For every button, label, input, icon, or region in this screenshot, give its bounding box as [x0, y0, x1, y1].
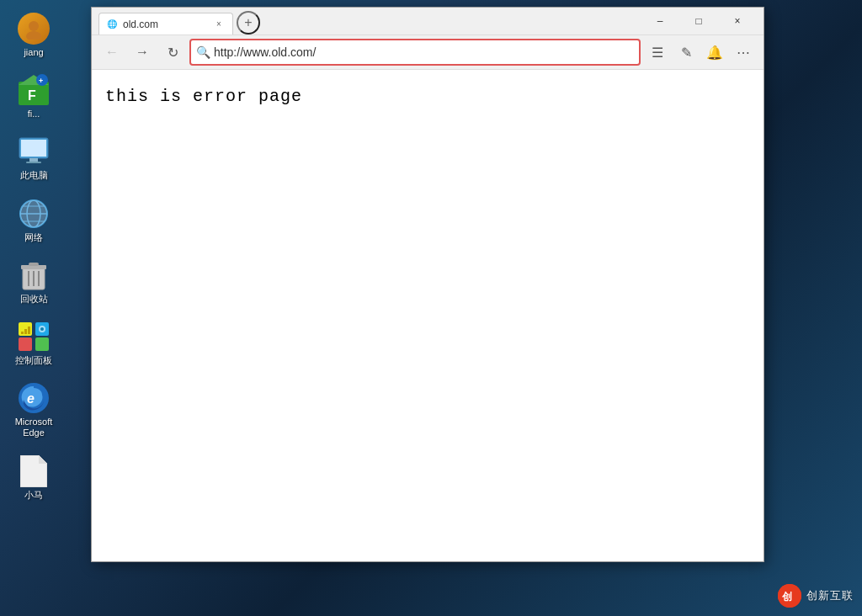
icon-recycle-label: 回收站: [20, 294, 48, 305]
new-tab-button[interactable]: +: [237, 11, 260, 35]
svg-rect-29: [28, 327, 30, 334]
maximize-button[interactable]: □: [679, 8, 718, 35]
more-button[interactable]: ⋯: [730, 39, 757, 66]
refresh-button[interactable]: ↻: [159, 39, 186, 66]
desktop: jiang F + fi...: [0, 0, 862, 616]
svg-rect-10: [26, 162, 41, 163]
favorites-button[interactable]: 🔔: [701, 39, 728, 66]
watermark: 创 创新互联: [778, 584, 854, 608]
watermark-label: 创新互联: [806, 588, 854, 603]
icon-xiaoma-label: 小马: [24, 490, 43, 501]
svg-rect-26: [35, 337, 49, 351]
navigation-toolbar: ← → ↻ 🔍 ☰ ✎ 🔔 ⋯: [92, 35, 764, 70]
close-button[interactable]: ×: [718, 8, 757, 35]
tab-title: old.com: [123, 19, 207, 30]
avatar-icon: [18, 13, 50, 45]
svg-point-0: [29, 21, 39, 31]
control-panel-icon: [17, 320, 51, 353]
error-page-text: this is error page: [105, 87, 750, 106]
hamburger-menu-button[interactable]: ☰: [644, 39, 671, 66]
svg-rect-9: [29, 158, 38, 162]
pc-icon: [17, 135, 51, 168]
desktop-icon-network[interactable]: 网络: [3, 194, 64, 247]
svg-text:创: 创: [781, 591, 792, 603]
search-icon: 🔍: [196, 45, 210, 59]
tab-area: 🌐 old.com × +: [98, 8, 641, 35]
desktop-icon-jiang[interactable]: jiang: [3, 8, 64, 61]
file-icon: [17, 454, 51, 488]
svg-rect-19: [29, 263, 39, 266]
desktop-icon-pc[interactable]: 此电脑: [3, 131, 64, 184]
tab-favicon: 🌐: [106, 19, 118, 30]
icon-pc-label: 此电脑: [20, 170, 48, 181]
svg-marker-35: [39, 455, 47, 464]
desktop-icon-recycle[interactable]: 回收站: [3, 255, 64, 308]
desktop-icon-control-panel[interactable]: 控制面板: [3, 316, 64, 369]
svg-point-31: [40, 327, 44, 331]
desktop-icon-fiddler[interactable]: F + fi...: [3, 70, 64, 123]
recycle-bin-icon: [17, 258, 51, 292]
svg-text:+: +: [39, 77, 43, 85]
desktop-icon-edge[interactable]: e Microsoft Edge: [3, 378, 64, 442]
svg-point-16: [20, 200, 47, 227]
forward-button[interactable]: →: [129, 39, 156, 66]
window-controls: – □ ×: [641, 8, 757, 35]
address-bar-container: 🔍: [189, 39, 641, 66]
icon-fiddler-label: fi...: [28, 109, 40, 119]
watermark-logo: 创: [778, 584, 801, 608]
network-icon: [17, 197, 51, 231]
tab-close-button[interactable]: ×: [212, 18, 226, 31]
svg-text:F: F: [28, 88, 36, 103]
back-button[interactable]: ←: [98, 39, 125, 66]
desktop-icon-area: jiang F + fi...: [0, 0, 67, 504]
desktop-icon-xiaoma[interactable]: 小马: [3, 451, 64, 504]
address-input[interactable]: [214, 45, 634, 59]
svg-rect-27: [21, 332, 24, 334]
svg-point-1: [26, 31, 41, 40]
edit-button[interactable]: ✎: [673, 39, 700, 66]
svg-rect-8: [21, 140, 46, 157]
icon-jiang-label: jiang: [24, 47, 43, 58]
browser-content: this is error page: [92, 70, 764, 561]
browser-tab[interactable]: 🌐 old.com ×: [98, 13, 233, 35]
toolbar-right-buttons: ☰ ✎ 🔔 ⋯: [644, 39, 757, 66]
minimize-button[interactable]: –: [641, 8, 679, 35]
svg-rect-28: [24, 329, 27, 334]
browser-window: 🌐 old.com × + – □ × ← → ↻ 🔍 ☰: [91, 7, 764, 562]
icon-network-label: 网络: [24, 232, 43, 243]
icon-edge-label: Microsoft Edge: [15, 417, 53, 438]
edge-icon: e: [17, 381, 51, 415]
svg-text:e: e: [27, 391, 35, 406]
icon-control-panel-label: 控制面板: [15, 355, 52, 366]
svg-rect-25: [19, 337, 32, 351]
fiddler-app-icon: F +: [17, 73, 51, 107]
title-bar: 🌐 old.com × + – □ ×: [92, 8, 764, 35]
